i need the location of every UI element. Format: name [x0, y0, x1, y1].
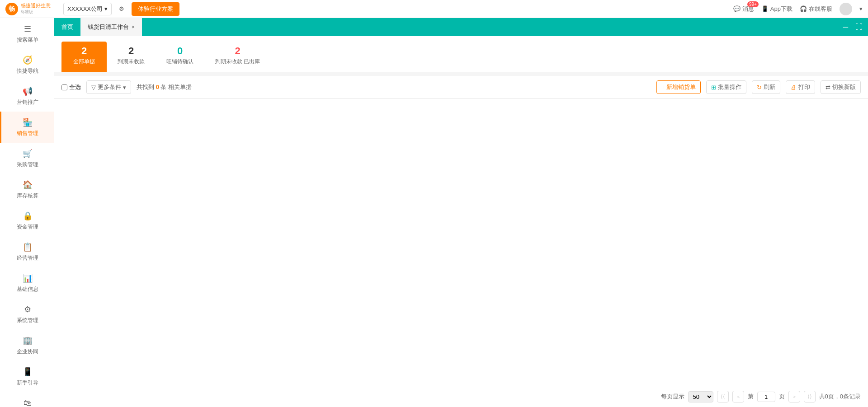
sidebar-label: 经营管理	[17, 254, 38, 262]
page-label: 第	[748, 393, 754, 401]
add-sales-order-button[interactable]: + 新增销货单	[656, 80, 701, 94]
sidebar-item-purchase[interactable]: 🛒 采购管理	[0, 143, 54, 174]
tab-minimize-button[interactable]: ─	[841, 21, 850, 33]
chevron-down-icon: ▾	[123, 84, 126, 91]
support-icon: 🎧	[800, 5, 807, 12]
tab-home[interactable]: 首页	[54, 18, 80, 36]
sales-icon: 🏪	[22, 117, 33, 128]
avatar[interactable]	[840, 3, 852, 15]
app-center-icon: 🛍	[22, 398, 33, 407]
stat-num-wangpu: 0	[166, 45, 193, 57]
first-page-button[interactable]: ⟨⟨	[717, 391, 729, 402]
sidebar-label: 搜索菜单	[17, 36, 38, 44]
messages-button[interactable]: 💬 消息 99+	[733, 5, 754, 13]
prev-page-button[interactable]: ＜	[732, 391, 744, 402]
refresh-label: 刷新	[764, 83, 775, 91]
print-label: 打印	[798, 83, 810, 91]
page-label2: 页	[779, 393, 785, 401]
toolbar-right: + 新增销货单 ⊞ 批量操作 ↻ 刷新 🖨 打印 ⇄	[656, 80, 861, 94]
enterprise-icon: 🏢	[22, 335, 33, 346]
experience-button[interactable]: 体验行业方案	[132, 2, 179, 16]
stat-label-overdue: 到期未收款	[118, 58, 145, 65]
stat-tab-overdue[interactable]: 2 到期未收款	[107, 42, 156, 72]
refresh-button[interactable]: ↻ 刷新	[752, 80, 780, 94]
sidebar-label: 系统管理	[17, 317, 38, 324]
sidebar-item-operations[interactable]: 📋 经营管理	[0, 236, 54, 267]
sidebar-label: 新手引导	[17, 379, 38, 387]
table-area	[54, 99, 868, 386]
add-sales-order-label: + 新增销货单	[661, 83, 696, 91]
sidebar-label: 采购管理	[17, 161, 38, 168]
stat-num-overdue: 2	[118, 45, 145, 57]
print-button[interactable]: 🖨 打印	[786, 80, 815, 94]
logo-tag: 标准版	[21, 9, 51, 15]
marketing-icon: 📢	[22, 86, 33, 97]
sidebar-item-inventory[interactable]: 🏠 库存核算	[0, 174, 54, 205]
stat-tab-shipped[interactable]: 2 到期未收款 已出库	[204, 42, 271, 72]
select-all-checkbox[interactable]: 全选	[61, 83, 81, 91]
app-download-button[interactable]: 📱 App下载	[761, 5, 793, 13]
purchase-icon: 🛒	[22, 148, 33, 159]
stat-label-wangpu: 旺铺待确认	[166, 58, 193, 65]
sidebar-item-finance[interactable]: 🔒 资金管理	[0, 205, 54, 236]
logo-name: 畅捷通好生意	[21, 3, 51, 9]
user-menu[interactable]: ▾	[859, 5, 863, 12]
page-content: 2 全部单据 2 到期未收款 0 旺铺待确认 2 到期未收款 已出库	[54, 36, 868, 407]
next-page-button[interactable]: ＞	[788, 391, 800, 402]
top-bar-right: 💬 消息 99+ 📱 App下载 🎧 在线客服 ▾	[733, 3, 863, 15]
app-download-label: App下载	[770, 5, 793, 13]
message-icon: 💬	[733, 5, 741, 12]
settings-button[interactable]: ⚙	[115, 3, 128, 15]
print-icon: 🖨	[791, 84, 797, 91]
page-size-label: 每页显示	[661, 393, 684, 401]
sidebar-item-basic-info[interactable]: 📊 基础信息	[0, 267, 54, 299]
switch-label: 切换新版	[832, 83, 856, 91]
company-selector[interactable]: XXXXXX公司 ▾	[63, 3, 112, 15]
guide-icon: 📱	[22, 366, 33, 377]
select-all-input[interactable]	[61, 84, 67, 90]
switch-version-button[interactable]: ⇄ 切换新版	[821, 80, 861, 94]
online-support-button[interactable]: 🎧 在线客服	[800, 5, 832, 13]
stat-tab-all[interactable]: 2 全部单据	[61, 42, 107, 72]
sidebar-item-system[interactable]: ⚙ 系统管理	[0, 299, 54, 330]
tab-maximize-button[interactable]: ⛶	[854, 21, 864, 33]
batch-operation-button[interactable]: ⊞ 批量操作	[706, 80, 746, 94]
last-page-button[interactable]: ⟩⟩	[804, 391, 816, 402]
chevron-down-icon: ▾	[859, 5, 863, 12]
online-support-label: 在线客服	[809, 5, 832, 13]
page-input[interactable]	[757, 392, 775, 402]
stat-num-shipped: 2	[215, 45, 260, 57]
sidebar-item-app-center[interactable]: 🛍 应用中心	[0, 392, 54, 407]
tab-workbench[interactable]: 钱货日清工作台 ×	[80, 18, 142, 36]
sidebar-item-enterprise[interactable]: 🏢 企业协同	[0, 330, 54, 361]
sidebar-label: 销售管理	[17, 130, 38, 137]
sidebar-item-guide[interactable]: 📱 新手引导	[0, 361, 54, 392]
total-text: 共0页，0条记录	[819, 393, 861, 401]
pagination-bar: 每页显示 20 50 100 ⟨⟨ ＜ 第 页 ＞ ⟩⟩ 共0页，0条记录	[54, 386, 868, 407]
sidebar-label: 资金管理	[17, 223, 38, 231]
stat-label-all: 全部单据	[72, 58, 96, 65]
sidebar-item-quicknav[interactable]: 🧭 快捷导航	[0, 49, 54, 80]
stats-tabs: 2 全部单据 2 到期未收款 0 旺铺待确认 2 到期未收款 已出库	[54, 36, 868, 72]
nav-icon: 🧭	[22, 55, 33, 65]
stat-tab-wangpu[interactable]: 0 旺铺待确认	[156, 42, 204, 72]
tab-bar: 首页 钱货日清工作台 × ─ ⛶	[54, 18, 868, 36]
sidebar-item-search[interactable]: ☰ 搜索菜单	[0, 18, 54, 49]
found-count: 0	[156, 84, 159, 90]
sidebar-item-sales[interactable]: 🏪 销售管理	[0, 112, 54, 143]
toolbar: 全选 ▽ 更多条件 ▾ 共找到 0 条 相关单据	[54, 76, 868, 99]
filter-button[interactable]: ▽ 更多条件 ▾	[86, 80, 131, 94]
company-name: XXXXXX公司	[67, 5, 103, 13]
sidebar-label: 基础信息	[17, 285, 38, 293]
sidebar-item-marketing[interactable]: 📢 营销推广	[0, 80, 54, 112]
select-all-label: 全选	[69, 83, 81, 91]
page-size-select[interactable]: 20 50 100	[688, 391, 713, 402]
tab-close-icon[interactable]: ×	[132, 24, 135, 30]
download-icon: 📱	[761, 5, 769, 12]
toolbar-left: 全选 ▽ 更多条件 ▾ 共找到 0 条 相关单据	[61, 80, 651, 94]
search-icon: ☰	[22, 23, 33, 34]
batch-label: 批量操作	[718, 83, 741, 91]
inventory-icon: 🏠	[22, 179, 33, 190]
logo-icon: 畅	[5, 3, 18, 15]
empty-state	[54, 99, 868, 386]
